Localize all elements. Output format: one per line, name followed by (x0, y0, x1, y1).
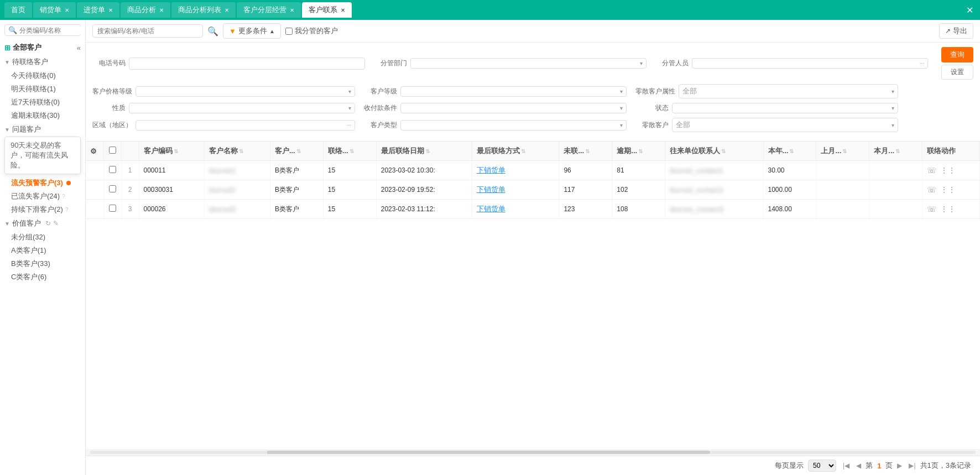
zero-customer-select[interactable]: 全部 ▾ (672, 118, 898, 132)
sidebar-item-today-pending[interactable]: 今天待联络(0) (0, 69, 85, 82)
row-last-date-0: 2023-03-02 10:30: (376, 161, 472, 180)
payment-field: 收付款条件 ▾ (364, 103, 627, 113)
window-close-button[interactable]: ✕ (964, 3, 976, 18)
row-checkbox-0[interactable] (109, 166, 116, 173)
main-search-icon[interactable]: 🔍 (207, 26, 218, 36)
region-more[interactable]: ··· (347, 122, 351, 128)
row-checkbox-1[interactable] (109, 185, 116, 192)
zero-attr-select[interactable]: 全部 ▾ (679, 84, 898, 98)
collapse-icon[interactable]: « (77, 44, 81, 52)
row-checkbox-2[interactable] (109, 205, 116, 212)
dept-select[interactable]: ▾ (410, 58, 647, 69)
th-last-month[interactable]: 上月... ⇅ (816, 142, 869, 161)
sidebar-group-pending[interactable]: ▼ 待联络客户 (0, 55, 85, 69)
row-last-method-2[interactable]: 下销货单 (472, 200, 559, 219)
th-code[interactable]: 客户编码 ⇅ (139, 142, 205, 161)
sidebar-item-churned[interactable]: 已流失客户(24) ? (0, 190, 85, 203)
th-this-month[interactable]: 本月... ⇅ (869, 142, 922, 161)
sidebar-search-input[interactable] (19, 27, 86, 34)
my-customers-checkbox-group[interactable]: 我分管的客户 (285, 26, 338, 36)
row-checkbox-cell-1[interactable] (103, 180, 121, 200)
select-all-checkbox[interactable] (109, 147, 116, 154)
th-this-year[interactable]: 本年... ⇅ (763, 142, 816, 161)
settings-icon[interactable]: ⚙ (90, 147, 97, 155)
contact-action-icon-2[interactable]: ☏ (927, 205, 937, 213)
close-tab-product-analysis[interactable]: ✕ (159, 7, 164, 13)
per-page-select[interactable]: 50 100 200 (808, 460, 836, 472)
payment-select[interactable]: ▾ (400, 103, 627, 113)
settings-button[interactable]: 设置 (941, 65, 973, 80)
export-button[interactable]: ↗ 导出 (939, 23, 973, 39)
price-level-select[interactable]: ▾ (135, 86, 355, 97)
th-name[interactable]: 客户名称 ⇅ (205, 142, 270, 161)
tab-customer-segmentation[interactable]: 客户分层经营 ✕ (237, 2, 301, 18)
row-settings-1 (86, 180, 103, 200)
main-search-input[interactable] (92, 24, 203, 38)
customer-level-select[interactable]: ▾ (400, 86, 627, 97)
th-unit-contact[interactable]: 往来单位联系人 ⇅ (665, 142, 763, 161)
sidebar-item-class-b[interactable]: B类客户(33) (0, 257, 85, 270)
gender-select[interactable]: ▾ (129, 103, 355, 113)
th-unit-contact-label: 往来单位联系人 (670, 146, 720, 156)
more-action-icon-2[interactable]: ⋮⋮ (940, 205, 956, 213)
phone-input[interactable] (129, 58, 365, 70)
first-page-button[interactable]: |◀ (841, 461, 852, 471)
zero-customer-field: 零散客户 全部 ▾ (635, 118, 898, 132)
more-action-icon-0[interactable]: ⋮⋮ (940, 166, 956, 175)
last-page-button[interactable]: ▶| (906, 461, 918, 471)
row-last-method-1[interactable]: 下销货单 (472, 180, 559, 200)
tab-customer-contact[interactable]: 客户联系 ✕ (302, 2, 352, 18)
th-last-method[interactable]: 最后联络方式 ⇅ (472, 142, 559, 161)
contact-action-icon-1[interactable]: ☏ (927, 185, 937, 194)
sidebar-item-class-a[interactable]: A类客户(1) (0, 244, 85, 257)
customer-type-select[interactable]: ▾ (400, 120, 627, 131)
row-checkbox-cell-2[interactable] (103, 200, 121, 219)
sidebar-item-overdue-contact[interactable]: 逾期未联络(30) (0, 109, 85, 122)
tab-sales-order[interactable]: 销货单 ✕ (33, 2, 76, 18)
more-conditions-button[interactable]: ▼ 更多条件 ▲ (223, 23, 281, 39)
close-tab-purchase[interactable]: ✕ (108, 7, 113, 13)
th-settings[interactable]: ⚙ (86, 142, 103, 161)
refresh-icon[interactable]: ↻ (45, 220, 51, 227)
scrollbar-thumb[interactable] (267, 451, 710, 454)
th-overdue[interactable]: 逾期... ⇅ (612, 142, 665, 161)
th-uncontacted[interactable]: 未联... ⇅ (559, 142, 612, 161)
close-tab-segmentation[interactable]: ✕ (290, 7, 294, 13)
tab-home[interactable]: 首页 (4, 2, 32, 18)
close-tab-product-list[interactable]: ✕ (225, 7, 229, 13)
more-action-icon-1[interactable]: ⋮⋮ (940, 185, 956, 194)
region-label: 区域（地区） (92, 121, 132, 130)
sidebar-search-box[interactable]: 🔍 (4, 24, 81, 36)
sidebar-item-declining[interactable]: 持续下滑客户(2) ? (0, 203, 85, 216)
query-button[interactable]: 查询 (941, 47, 973, 62)
tab-product-analysis-list[interactable]: 商品分析列表 ✕ (171, 2, 236, 18)
edit-icon[interactable]: ✎ (53, 220, 59, 227)
horizontal-scrollbar[interactable] (86, 449, 980, 456)
sidebar-group-problem[interactable]: ▼ 问题客户 (0, 122, 85, 137)
next-page-button[interactable]: ▶ (895, 461, 904, 471)
tab-purchase-order[interactable]: 进货单 ✕ (77, 2, 119, 18)
row-checkbox-cell-0[interactable] (103, 161, 121, 180)
prev-page-button[interactable]: ◀ (854, 461, 863, 471)
region-select[interactable]: ··· (135, 120, 355, 131)
sidebar-item-7days-pending[interactable]: 近7天待联络(0) (0, 96, 85, 109)
sidebar-group-value[interactable]: ▼ 价值客户 ↻ ✎ (0, 216, 85, 231)
close-tab-contact[interactable]: ✕ (341, 7, 345, 13)
sidebar-item-churn-warning[interactable]: 流失预警客户(3) (0, 176, 85, 190)
sidebar-all-customers[interactable]: ⊞ 全部客户 « (0, 40, 85, 55)
th-last-date[interactable]: 最后联络日期 ⇅ (376, 142, 472, 161)
sidebar-item-class-c[interactable]: C类客户(6) (0, 270, 85, 284)
sidebar-item-tomorrow-pending[interactable]: 明天待联络(1) (0, 82, 85, 96)
th-contact[interactable]: 联络... ⇅ (323, 142, 376, 161)
sort-icon-last-method: ⇅ (521, 148, 525, 154)
sort-icon-this-month: ⇅ (895, 148, 900, 154)
close-tab-sales[interactable]: ✕ (65, 7, 69, 13)
tab-product-analysis[interactable]: 商品分析 ✕ (121, 2, 170, 18)
status-select[interactable]: ▾ (672, 103, 898, 113)
sidebar-item-ungrouped[interactable]: 未分组(32) (0, 231, 85, 244)
person-select[interactable]: ··· (692, 58, 928, 69)
row-last-method-0[interactable]: 下销货单 (472, 161, 559, 180)
contact-action-icon-0[interactable]: ☏ (927, 166, 937, 175)
th-type[interactable]: 客户... ⇅ (270, 142, 323, 161)
my-customers-checkbox[interactable] (285, 28, 293, 35)
